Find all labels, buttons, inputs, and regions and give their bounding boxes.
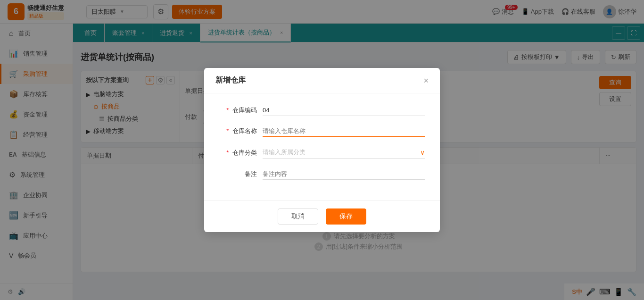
modal-title: 新增仓库 <box>215 75 246 85</box>
modal-overlay[interactable]: 新增仓库 × 仓库编码 仓库名称 仓库分类 请输入 <box>0 0 644 300</box>
modal-body: 仓库编码 仓库名称 仓库分类 请输入所属分类 ∨ 备 <box>204 93 440 200</box>
remark-input[interactable] <box>263 168 425 180</box>
warehouse-name-input[interactable] <box>263 125 425 137</box>
cancel-button[interactable]: 取消 <box>278 208 318 225</box>
modal-close-button[interactable]: × <box>423 76 429 85</box>
form-row-category: 仓库分类 请输入所属分类 ∨ <box>219 146 425 159</box>
form-row-remark: 备注 <box>219 168 425 180</box>
modal-footer: 取消 保存 <box>204 200 440 232</box>
modal-header: 新增仓库 × <box>204 68 440 93</box>
code-label: 仓库编码 <box>219 106 257 115</box>
form-row-name: 仓库名称 <box>219 125 425 137</box>
category-select[interactable]: 请输入所属分类 ∨ <box>263 146 425 159</box>
category-label: 仓库分类 <box>219 149 257 157</box>
warehouse-code-input[interactable] <box>263 105 425 116</box>
name-label: 仓库名称 <box>219 127 257 135</box>
category-dropdown-arrow: ∨ <box>420 149 425 156</box>
category-placeholder: 请输入所属分类 <box>263 148 420 157</box>
form-row-code: 仓库编码 <box>219 105 425 116</box>
remark-label: 备注 <box>219 170 257 178</box>
save-button[interactable]: 保存 <box>326 208 366 225</box>
new-warehouse-modal: 新增仓库 × 仓库编码 仓库名称 仓库分类 请输入 <box>204 68 440 232</box>
